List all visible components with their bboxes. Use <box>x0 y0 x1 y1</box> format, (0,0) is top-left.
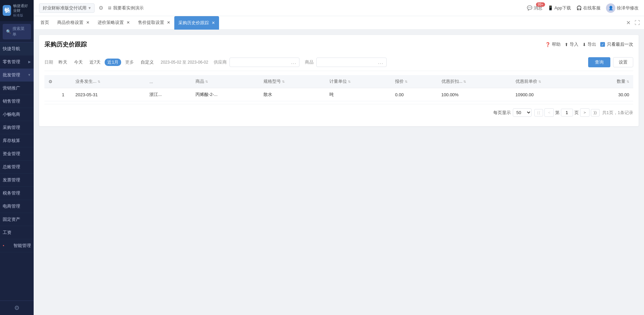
product-input-wrap[interactable]: ... <box>316 58 386 67</box>
product-input[interactable] <box>319 60 376 65</box>
table-row: 1 2023-05-31 浙江... 丙烯酸-2-... 散水 吨 0.00 1… <box>44 88 633 101</box>
help-button[interactable]: ❓ 帮助 <box>545 41 561 47</box>
col-quantity[interactable]: 数量 ⇅ <box>587 75 633 88</box>
supplier-dots-button[interactable]: ... <box>291 59 296 65</box>
maximize-tab-button[interactable]: ⛶ <box>633 19 641 27</box>
tab-product-price[interactable]: 商品价格设置 ✕ <box>53 16 94 30</box>
supplier-label: 供应商 <box>214 59 227 65</box>
first-page-button[interactable]: ⟨⟨ <box>534 109 543 116</box>
per-page-select[interactable]: 50 20 100 <box>513 108 532 117</box>
sidebar-item-finance[interactable]: 资金管理 <box>0 147 34 161</box>
sidebar-item-inventory[interactable]: 库存核算 <box>0 134 34 147</box>
sidebar-item-ecom-small[interactable]: 小畅电商 <box>0 108 34 121</box>
sidebar-item-wholesale[interactable]: 批发管理 ▼ <box>0 69 34 82</box>
tab-purchase-history[interactable]: 采购历史价跟踪 ✕ <box>174 16 219 30</box>
col-discount[interactable]: 优惠折扣... ⇅ <box>437 75 511 88</box>
sidebar-item-ecom[interactable]: 电商管理 <box>0 200 34 213</box>
col-extra[interactable]: ... <box>145 75 191 88</box>
product-filter-group: 商品 ... <box>305 58 386 67</box>
topbar: 好业财标准版交付试用 ▾ ⚙ 🖥 我要看实例演示 💬 消息 99+ 📱 App下… <box>34 0 644 16</box>
cell-date: 2023-05-31 <box>71 88 145 101</box>
sidebar-item-marketing[interactable]: 营销推广 <box>0 82 34 95</box>
date-option-more[interactable]: 更多 <box>122 59 137 66</box>
filter-bar: 日期 昨天 今天 近7天 近1月 更多 自定义 2023-05-02 至 202… <box>44 54 633 71</box>
avatar: 👤 <box>606 3 615 13</box>
date-option-last1m[interactable]: 近1月 <box>105 59 121 66</box>
only-last-checkbox[interactable]: ✓ 只看最后一次 <box>600 41 633 47</box>
date-range-display: 2023-05-02 至 2023-06-02 <box>160 60 208 65</box>
tab-sale-price[interactable]: 售价提取设置 ✕ <box>134 16 174 30</box>
close-icon[interactable]: ✕ <box>212 21 215 25</box>
message-button[interactable]: 💬 消息 99+ <box>527 5 542 11</box>
headset-icon: 🎧 <box>576 5 582 10</box>
sidebar-item-accounting[interactable]: 总账管理 <box>0 161 34 174</box>
app-download-button[interactable]: 📱 App下载 <box>548 5 571 11</box>
sort-icon: ⇅ <box>627 80 629 83</box>
sidebar-search-section: 🔍 搜索菜单 <box>0 21 34 42</box>
date-option-custom[interactable]: 自定义 <box>138 59 156 66</box>
date-options: 昨天 今天 近7天 近1月 更多 自定义 <box>56 59 156 66</box>
sidebar-item-ai[interactable]: 智能管理 <box>0 239 34 252</box>
page-card: 采购历史价跟踪 ❓ 帮助 ⬆ 导入 ⬇ 导出 ✓ <box>39 35 639 126</box>
chevron-right-icon: ▶ <box>28 60 31 64</box>
page-title: 采购历史价跟踪 <box>44 40 87 48</box>
col-no <box>58 75 71 88</box>
page-input[interactable] <box>561 109 573 116</box>
version-select[interactable]: 好业财标准版交付试用 ▾ <box>39 3 95 13</box>
page-unit: 页 <box>574 110 579 116</box>
product-dots-button[interactable]: ... <box>378 59 383 65</box>
page-label: 第 <box>555 110 560 116</box>
sort-icon: ⇅ <box>405 80 407 83</box>
tab-price-strategy[interactable]: 进价策略设置 ✕ <box>94 16 134 30</box>
supplier-input-wrap[interactable]: ... <box>229 58 299 67</box>
import-button[interactable]: ⬆ 导入 <box>565 41 578 47</box>
sidebar-item-assets[interactable]: 固定资产 <box>0 213 34 226</box>
pagination-bar: 每页显示 50 20 100 ⟨⟨ ＜ 第 页 ＞ ⟩⟩ 共1页，1条记 <box>44 104 633 121</box>
help-icon: ❓ <box>545 42 550 47</box>
sidebar-item-invoice[interactable]: 发票管理 <box>0 174 34 187</box>
sort-icon: ⇅ <box>463 80 466 83</box>
col-date[interactable]: 业务发生... ⇅ <box>71 75 145 88</box>
sidebar-item-sales[interactable]: 销售管理 <box>0 95 34 108</box>
next-page-button[interactable]: ＞ <box>580 108 589 117</box>
sidebar-item-retail[interactable]: 零售管理 ▶ <box>0 56 34 69</box>
date-option-today[interactable]: 今天 <box>71 59 85 66</box>
checkbox-checked-icon: ✓ <box>600 42 605 47</box>
col-settings[interactable]: ⚙ <box>44 75 58 88</box>
user-menu[interactable]: 👤 徐泽华修改 <box>606 3 639 13</box>
demo-button[interactable]: 🖥 我要看实例演示 <box>107 5 144 11</box>
prev-page-button[interactable]: ＜ <box>544 108 554 117</box>
export-button[interactable]: ⬇ 导出 <box>582 41 596 47</box>
settings-button[interactable]: 设置 <box>613 57 633 67</box>
close-icon[interactable]: ✕ <box>127 20 130 25</box>
date-option-last7[interactable]: 近7天 <box>87 59 103 66</box>
supplier-filter-group: 供应商 ... <box>214 58 299 67</box>
sidebar-item-purchase[interactable]: 采购管理 <box>0 121 34 134</box>
query-button[interactable]: 查询 <box>588 57 610 67</box>
tab-home[interactable]: 首页 <box>36 16 53 30</box>
topbar-settings-icon[interactable]: ⚙ <box>99 5 103 11</box>
search-menu-button[interactable]: 🔍 搜索菜单 <box>3 24 31 39</box>
page-nav: ⟨⟨ ＜ 第 页 ＞ ⟩⟩ <box>534 108 600 117</box>
cell-quote: 0.00 <box>391 88 437 101</box>
date-filter-group: 日期 昨天 今天 近7天 近1月 更多 自定义 2023-05-02 至 202… <box>44 59 208 66</box>
col-pre-discount[interactable]: 优惠前单价 ⇅ <box>511 75 587 88</box>
col-spec[interactable]: 规格型号 ⇅ <box>259 75 325 88</box>
cell-product: 丙烯酸-2-... <box>191 88 259 101</box>
settings-icon[interactable]: ⚙ <box>14 304 20 312</box>
close-icon[interactable]: ✕ <box>167 20 170 25</box>
monitor-icon: 🖥 <box>107 5 112 10</box>
sidebar-item-quick-nav[interactable]: 快捷导航 <box>0 42 34 56</box>
online-service-button[interactable]: 🎧 在线客服 <box>576 5 601 11</box>
supplier-input[interactable] <box>232 60 289 65</box>
sidebar-item-salary[interactable]: 工资 <box>0 226 34 239</box>
close-tab-button[interactable]: ✕ <box>625 18 632 27</box>
sidebar-item-tax[interactable]: 税务管理 <box>0 187 34 200</box>
close-icon[interactable]: ✕ <box>86 20 90 25</box>
col-product[interactable]: 商品 ⇅ <box>191 75 259 88</box>
col-unit[interactable]: 计量单位 ⇅ <box>325 75 391 88</box>
logo-text: 畅捷通好业财 标准版 <box>13 3 31 18</box>
col-quote[interactable]: 报价 ⇅ <box>391 75 437 88</box>
last-page-button[interactable]: ⟩⟩ <box>591 109 600 116</box>
date-option-yesterday[interactable]: 昨天 <box>56 59 70 66</box>
